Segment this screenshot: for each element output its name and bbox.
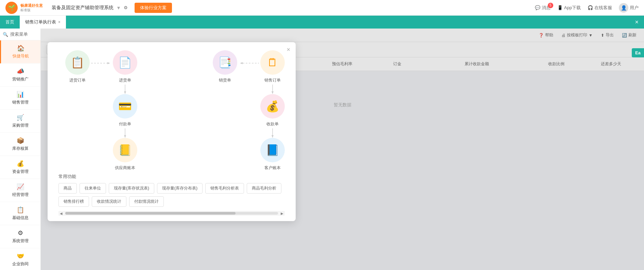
flow-node-sales-order2[interactable]: 🗒 销售订单 bbox=[260, 50, 285, 83]
purchase-order-circle: 📋 bbox=[65, 50, 90, 75]
sales-order2-label: 销售订单 bbox=[264, 77, 281, 83]
tab-home-label: 首页 bbox=[5, 19, 14, 25]
payment-icon: 💳 bbox=[118, 100, 132, 113]
top-header: 🌱 畅康通好生意 标准版 装备及固定资产辅助管理系统 ▼ ⚙ 体验行业方案 💬 … bbox=[0, 0, 644, 16]
inventory-icon: 📦 bbox=[17, 137, 24, 144]
sidebar-item-inventory[interactable]: 📦 库存核算 bbox=[0, 133, 40, 156]
download-icon: 📱 bbox=[557, 5, 563, 10]
marketing-icon: 📣 bbox=[17, 68, 24, 75]
sidebar-item-label-0: 快捷导航 bbox=[13, 53, 29, 59]
tab-sales-order[interactable]: 销售订单执行表 × bbox=[20, 16, 66, 29]
logo-area: 🌱 畅康通好生意 标准版 bbox=[5, 2, 46, 14]
tab-bar-close-btn[interactable]: × bbox=[632, 19, 641, 26]
sidebar-item-label-6: 经营管理 bbox=[12, 192, 29, 198]
arrow-payment-down bbox=[113, 128, 137, 138]
sidebar-item-marketing[interactable]: 📣 营销推广 bbox=[0, 64, 40, 87]
flow-node-supplier-ledger[interactable]: 📒 供应商账本 bbox=[113, 138, 137, 171]
app-download-btn[interactable]: 📱 App下载 bbox=[557, 5, 581, 11]
arrow-so-down bbox=[260, 85, 285, 94]
common-functions-section: 常用功能 商品 往来单位 现存量(库存状况表) 现存量(库存分布表) 销售毛利分… bbox=[58, 174, 285, 207]
sidebar-search[interactable]: 🔍 搜索菜单 bbox=[0, 29, 40, 40]
customer-ledger-icon: 📘 bbox=[266, 144, 279, 157]
common-btn-stock1[interactable]: 现存量(库存状况表) bbox=[109, 183, 154, 194]
receipt-circle: 💰 bbox=[260, 94, 285, 119]
system-icon: ⚙ bbox=[18, 229, 23, 237]
dropdown-arrow-icon[interactable]: ▼ bbox=[116, 5, 121, 11]
flow-node-purchase-receipt[interactable]: 📄 进货单 bbox=[113, 50, 137, 83]
sidebar-item-base[interactable]: 📋 基础信息 bbox=[0, 202, 40, 225]
modal-overlay: × 📋 进货订单 bbox=[41, 29, 644, 270]
common-btn-payment-stats[interactable]: 付款情况统计 bbox=[129, 196, 164, 207]
sidebar-item-management[interactable]: 📈 经营管理 bbox=[0, 179, 40, 202]
supplier-ledger-label: 供应商账本 bbox=[115, 165, 135, 171]
supplier-ledger-icon: 📒 bbox=[118, 144, 132, 157]
online-service-btn[interactable]: 🎧 在线客服 bbox=[588, 5, 612, 11]
arrow-so2-to-so bbox=[239, 61, 259, 73]
purchase-order-icon: 📋 bbox=[71, 56, 84, 69]
modal-scroll-bar[interactable]: ◀ ▶ bbox=[58, 211, 285, 216]
flow-node-payment[interactable]: 💳 付款单 bbox=[113, 94, 137, 127]
scroll-left-icon[interactable]: ◀ bbox=[58, 211, 64, 216]
customer-ledger-label: 客户账本 bbox=[264, 165, 281, 171]
content-area: ❓ 帮助 🖨 按模板打印 ▼ ⬆ 导出 🔄 刷新 📅 bbox=[41, 29, 644, 270]
scroll-thumb[interactable] bbox=[65, 212, 236, 215]
sidebar-item-corp[interactable]: 🤝 企业协同 bbox=[0, 248, 40, 270]
receipt-icon: 💰 bbox=[266, 100, 279, 113]
search-label: 搜索菜单 bbox=[10, 31, 28, 37]
purchase-receipt-circle: 📄 bbox=[113, 50, 137, 75]
common-btn-product[interactable]: 商品 bbox=[58, 183, 77, 194]
sidebar-item-label-9: 企业协同 bbox=[12, 261, 29, 267]
tab-close-icon[interactable]: × bbox=[58, 20, 60, 24]
base-icon: 📋 bbox=[17, 206, 24, 214]
settings-icon[interactable]: ⚙ bbox=[121, 3, 130, 13]
search-icon: 🔍 bbox=[3, 32, 8, 37]
flow-row-3: 💳 付款单 💰 收款单 bbox=[58, 94, 285, 127]
sidebar-item-quick-nav[interactable]: 🏠 快捷导航 bbox=[0, 40, 40, 64]
sidebar-item-finance[interactable]: 💰 资金管理 bbox=[0, 156, 40, 179]
sidebar-item-label-5: 资金管理 bbox=[12, 169, 29, 175]
flow-node-sales-order[interactable]: 📑 销货单 bbox=[213, 50, 237, 83]
management-icon: 📈 bbox=[17, 183, 24, 191]
sidebar-item-label-1: 营销推广 bbox=[12, 76, 29, 82]
service-icon: 🎧 bbox=[588, 5, 593, 10]
sidebar-item-purchase[interactable]: 🛒 采购管理 bbox=[0, 110, 40, 133]
tab-home[interactable]: 首页 bbox=[0, 16, 20, 29]
scroll-right-icon[interactable]: ▶ bbox=[279, 211, 285, 216]
flow-node-receipt[interactable]: 💰 收款单 bbox=[260, 94, 285, 127]
common-btn-sales-rank[interactable]: 销售排行榜 bbox=[58, 196, 89, 207]
user-label: 用户 bbox=[630, 5, 639, 11]
svg-marker-11 bbox=[272, 135, 274, 138]
common-btn-sales-margin[interactable]: 销售毛利分析表 bbox=[205, 183, 244, 194]
sidebar-item-system[interactable]: ⚙ 系统管理 bbox=[0, 225, 40, 248]
sidebar-item-sales[interactable]: 📊 销售管理 bbox=[0, 87, 40, 110]
svg-marker-9 bbox=[124, 135, 126, 138]
common-btn-receipt-stats[interactable]: 收款情况统计 bbox=[92, 196, 126, 207]
purchase-receipt-label: 进货单 bbox=[119, 77, 131, 83]
trial-button[interactable]: 体验行业方案 bbox=[135, 3, 172, 13]
corp-icon: 🤝 bbox=[17, 252, 24, 260]
flow-node-customer-ledger[interactable]: 📘 客户账本 bbox=[260, 138, 285, 171]
flow-node-purchase-order[interactable]: 📋 进货订单 bbox=[65, 50, 90, 83]
supplier-ledger-circle: 📒 bbox=[113, 138, 137, 162]
ea-badge[interactable]: Ea bbox=[632, 48, 644, 57]
flow-row-1: 📋 进货订单 bbox=[58, 50, 285, 83]
receipt-label: 收款单 bbox=[266, 121, 279, 127]
modal-close-btn[interactable]: × bbox=[286, 46, 290, 53]
avatar: 👤 bbox=[619, 3, 628, 13]
system-title: 装备及固定资产辅助管理系统 ▼ bbox=[52, 5, 121, 11]
common-btn-unit[interactable]: 往来单位 bbox=[80, 183, 106, 194]
scroll-track bbox=[65, 212, 278, 215]
header-right: 💬 消息 5 📱 App下载 🎧 在线客服 👤 用户 bbox=[535, 3, 639, 13]
purchase-icon: 🛒 bbox=[17, 114, 24, 121]
common-btn-product-margin[interactable]: 商品毛利分析 bbox=[247, 183, 281, 194]
arrow-po-to-pr bbox=[91, 61, 111, 73]
messages-btn[interactable]: 💬 消息 5 bbox=[535, 5, 551, 11]
common-buttons-row-2: 销售排行榜 收款情况统计 付款情况统计 bbox=[58, 196, 285, 207]
online-service-label: 在线客服 bbox=[594, 5, 612, 11]
user-area[interactable]: 👤 用户 bbox=[619, 3, 639, 13]
common-btn-stock2[interactable]: 现存量(库存分布表) bbox=[157, 183, 203, 194]
logo-line1: 畅康通好生意 bbox=[20, 3, 43, 8]
modal-box: × 📋 进货订单 bbox=[48, 42, 296, 221]
finance-icon: 💰 bbox=[17, 160, 24, 167]
logo-text: 畅康通好生意 标准版 bbox=[20, 3, 43, 12]
